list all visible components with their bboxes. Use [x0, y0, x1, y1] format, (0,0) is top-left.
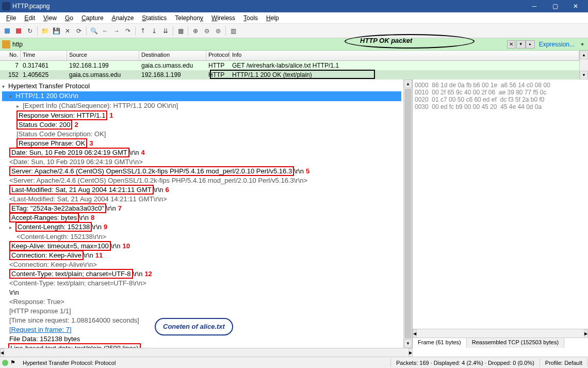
save-file-icon[interactable]: 💾: [51, 26, 61, 36]
proto-http[interactable]: Hypertext Transfer Protocol: [8, 82, 90, 90]
http-response-n[interactable]: [HTTP response 1/1]: [9, 307, 71, 315]
hdr-ctype-angle[interactable]: <Content-Type: text/plain; charset=UTF-8…: [9, 279, 146, 287]
add-filter-button[interactable]: +: [579, 41, 586, 48]
find-icon[interactable]: 🔍: [89, 26, 99, 36]
packet-details-tree[interactable]: ▾Hypertext Transfer Protocol ▾HTTP/1.1 2…: [0, 79, 403, 348]
hdr-etag[interactable]: ETag: "2524a-3e22aba3a03c0": [9, 203, 106, 213]
menu-telephony[interactable]: Telephony: [171, 13, 207, 23]
request-in-frame[interactable]: [Request in frame: 7]: [9, 326, 72, 333]
start-capture-icon[interactable]: [2, 26, 12, 36]
menu-tools[interactable]: Tools: [239, 13, 262, 23]
menu-analyze[interactable]: Analyze: [108, 13, 138, 23]
go-forward-icon[interactable]: →: [111, 26, 122, 36]
hex-hscroll[interactable]: ◀▶: [413, 329, 588, 338]
col-time[interactable]: Time: [21, 51, 67, 60]
filter-apply-icon[interactable]: ▸: [526, 40, 535, 49]
hdr-conn-angle[interactable]: <Connection: Keep-Alive\r\n>: [9, 261, 97, 268]
toggle-icon[interactable]: ▾: [2, 82, 8, 91]
file-data[interactable]: File Data: 152138 bytes: [9, 335, 80, 343]
hdr-connection[interactable]: Connection: Keep-Alive: [9, 250, 84, 260]
hdr-keepalive[interactable]: Keep-Alive: timeout=5, max=100: [9, 241, 111, 251]
hdr-lastmod[interactable]: Last-Modified: Sat, 21 Aug 2004 14:21:11…: [9, 185, 154, 195]
resize-columns-icon[interactable]: ▥: [228, 26, 238, 36]
hdr-server-angle[interactable]: <Server: Apache/2.4.6 (CentOS) OpenSSL/1…: [9, 177, 307, 184]
menu-view[interactable]: View: [39, 13, 61, 23]
col-protocol[interactable]: Protocol: [206, 51, 230, 60]
open-file-icon[interactable]: 📁: [40, 26, 50, 36]
menu-wireless[interactable]: Wireless: [207, 13, 239, 23]
hdr-accept-ranges[interactable]: Accept-Ranges: bytes: [9, 213, 79, 222]
reload-icon[interactable]: ⟳: [74, 26, 84, 36]
col-source[interactable]: Source: [67, 51, 139, 60]
zoom-out-icon[interactable]: ⊖: [202, 26, 212, 36]
jump-to-icon[interactable]: ↷: [123, 26, 133, 36]
tail: \r\n: [129, 149, 139, 156]
filter-history-icon[interactable]: ▼: [516, 40, 526, 49]
col-info[interactable]: Info: [230, 51, 579, 60]
titlebar: HTTP.pcapng ─ ▢ ✕: [0, 0, 588, 12]
hdr-clen-angle[interactable]: <Content-Length: 152138\r\n>: [17, 233, 106, 241]
display-filter-input[interactable]: [11, 40, 507, 49]
packet-list-scrollbar[interactable]: ▲ ▼: [579, 51, 588, 79]
scroll-down-icon[interactable]: ▼: [580, 71, 588, 79]
http-status-line[interactable]: HTTP/1.1 200 OK\r\n: [15, 92, 78, 100]
expression-button[interactable]: Expression...: [535, 40, 579, 49]
restart-capture-icon[interactable]: ↻: [25, 26, 35, 36]
menu-edit[interactable]: Edit: [20, 13, 39, 23]
crlf[interactable]: \r\n: [9, 289, 19, 296]
hdr-content-length[interactable]: Content-Length: 152138: [15, 222, 92, 232]
toggle-icon[interactable]: ▾: [9, 92, 15, 101]
menu-file[interactable]: File: [2, 13, 20, 23]
details-scrollbar[interactable]: ▲ ▼: [403, 79, 412, 348]
auto-scroll-icon[interactable]: ⇊: [160, 26, 171, 36]
expert-info[interactable]: [Expert Info (Chat/Sequence): HTTP/1.1 2…: [23, 102, 178, 109]
tab-frame[interactable]: Frame (61 bytes): [413, 338, 467, 348]
scroll-up-icon[interactable]: ▲: [404, 79, 412, 88]
colorize-icon[interactable]: ▦: [175, 26, 186, 36]
go-back-icon[interactable]: ←: [100, 26, 110, 36]
cell-info: HTTP/1.1 200 OK (text/plain): [230, 71, 579, 78]
line-based-text[interactable]: Line-based text data: text/plain (3598 l…: [8, 343, 141, 348]
zoom-reset-icon[interactable]: ⊜: [213, 26, 223, 36]
col-no[interactable]: No.: [0, 51, 21, 60]
zoom-in-icon[interactable]: ⊕: [190, 26, 201, 36]
toggle-icon[interactable]: ▸: [9, 223, 15, 232]
hdr-server[interactable]: Server: Apache/2.4.6 (CentOS) OpenSSL/1.…: [9, 166, 294, 176]
clear-filter-icon[interactable]: ✕: [507, 40, 515, 49]
menu-capture[interactable]: Capture: [77, 13, 108, 23]
status-profile[interactable]: Profile: Default: [540, 359, 588, 367]
packet-row[interactable]: 7 0.317461 192.168.1.199 gaia.cs.umass.e…: [0, 61, 579, 70]
go-first-icon[interactable]: ⤒: [138, 26, 148, 36]
toggle-icon[interactable]: ▸: [17, 102, 23, 111]
close-button[interactable]: ✕: [565, 0, 586, 12]
response-phrase[interactable]: Response Phrase: OK: [17, 138, 87, 148]
hdr-date-angle[interactable]: <Date: Sun, 10 Feb 2019 06:24:19 GMT\r\n…: [9, 158, 143, 166]
details-hscroll[interactable]: ◀▶: [0, 348, 413, 357]
maximize-button[interactable]: ▢: [545, 0, 565, 12]
expert-info-icon[interactable]: ⚑: [10, 359, 18, 366]
menu-help[interactable]: Help: [262, 13, 283, 23]
menu-go[interactable]: Go: [61, 13, 77, 23]
status-code[interactable]: Status Code: 200: [17, 120, 72, 130]
time-since-request[interactable]: [Time since request: 1.088164000 seconds…: [9, 316, 139, 324]
hex-dump[interactable]: 0000 86 1d de 0a fb b6 00 1e a6 56 14 c0…: [413, 79, 588, 329]
toggle-icon[interactable]: ▸: [2, 344, 8, 348]
hdr-date[interactable]: Date: Sun, 10 Feb 2019 06:24:19 GMT: [9, 148, 129, 157]
scroll-down-icon[interactable]: ▼: [404, 339, 412, 348]
menu-statistics[interactable]: Statistics: [138, 13, 171, 23]
hdr-lastmod-angle[interactable]: <Last-Modified: Sat, 21 Aug 2004 14:21:1…: [9, 195, 167, 203]
hdr-content-type[interactable]: Content-Type: text/plain; charset=UTF-8: [9, 269, 133, 279]
col-destination[interactable]: Destination: [139, 51, 206, 60]
status-desc[interactable]: [Status Code Description: OK]: [17, 130, 106, 138]
bookmark-icon[interactable]: [2, 40, 10, 49]
close-file-icon[interactable]: ✕: [62, 26, 73, 36]
response-version[interactable]: Response Version: HTTP/1.1: [17, 110, 107, 120]
packet-row-selected[interactable]: 152 1.405625 gaia.cs.umass.edu 192.168.1…: [0, 70, 579, 79]
stop-capture-icon[interactable]: [13, 26, 24, 36]
cell-dst: 192.168.1.199: [139, 71, 206, 78]
scroll-up-icon[interactable]: ▲: [580, 51, 588, 59]
go-last-icon[interactable]: ⤓: [149, 26, 159, 36]
minimize-button[interactable]: ─: [524, 0, 545, 12]
tab-reassembled[interactable]: Reassembled TCP (152503 bytes): [467, 338, 564, 348]
response-true[interactable]: <Response: True>: [9, 298, 64, 306]
